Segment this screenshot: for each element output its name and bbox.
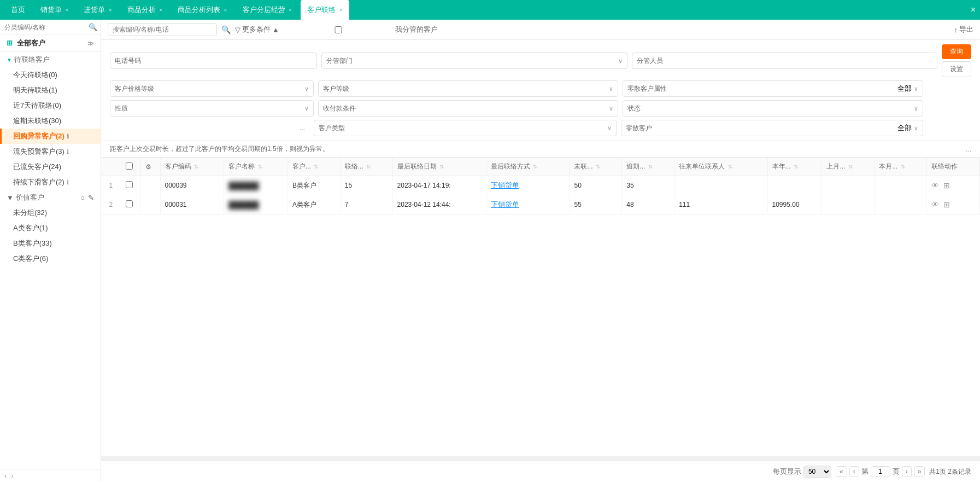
last-page-btn[interactable]: » <box>914 466 925 477</box>
sidebar-item-churned[interactable]: 已流失客户(24) <box>0 159 101 175</box>
sidebar-left-arrow[interactable]: ‹ <box>4 472 7 480</box>
grid-icon-2[interactable]: ⊞ <box>943 200 950 209</box>
nav-customer-stratified[interactable]: 客户分层经营 × <box>236 0 298 20</box>
view-icon-2[interactable]: 👁 <box>931 200 939 209</box>
query-button[interactable]: 查询 <box>942 44 971 59</box>
sidebar-item-tomorrow[interactable]: 明天待联络(1) <box>0 83 101 98</box>
view-icon-1[interactable]: 👁 <box>931 181 939 190</box>
th-last-month[interactable]: 上月... ⇅ <box>822 158 875 176</box>
nav-purchase-order[interactable]: 进货单 × <box>77 0 118 20</box>
th-last-contact-method[interactable]: 最后联络方式 ⇅ <box>486 158 570 176</box>
per-page-select[interactable]: 50 20 100 <box>803 466 831 478</box>
th-customer-code[interactable]: 客户编码 ⇅ <box>160 158 224 176</box>
close-purchase-order-icon[interactable]: × <box>108 7 112 13</box>
th-this-month[interactable]: 本月... ⇅ <box>875 158 927 176</box>
page-number-input[interactable]: 1 <box>871 466 890 477</box>
filter-customer-level[interactable]: 客户等级 ∨ <box>318 80 619 97</box>
sidebar-all-customers[interactable]: ⊞ 全部客户 ≫ <box>0 35 101 52</box>
sidebar-item-churn-warning[interactable]: 流失预警客户(3) ℹ <box>0 144 101 159</box>
close-window-icon[interactable]: × <box>971 5 976 15</box>
declining-info-icon: ℹ <box>67 179 69 185</box>
prev-page-btn[interactable]: ‹ <box>849 466 859 477</box>
sidebar-item-c-customers[interactable]: C类客户(6) <box>0 251 101 266</box>
nav-home[interactable]: 首页 <box>4 0 32 20</box>
close-sales-order-icon[interactable]: × <box>65 7 68 13</box>
table-area[interactable]: ⚙ 客户编码 ⇅ 客户名称 ⇅ 客户... ⇅ 联络... ⇅ 最后联络日期 ⇅… <box>101 158 980 456</box>
sidebar-item-ungrouped[interactable]: 未分组(32) <box>0 205 101 220</box>
person-dots-icon[interactable]: ··· <box>928 58 932 64</box>
th-settings[interactable]: ⚙ <box>140 158 160 176</box>
table-row: 2 000031 ██████ A类客户 7 2023-04-12 14:44:… <box>101 195 980 214</box>
sidebar-item-today[interactable]: 今天待联络(0) <box>0 67 101 83</box>
th-rownum <box>101 158 121 176</box>
sidebar-right-arrow[interactable]: › <box>11 472 13 480</box>
filter-retail-customer[interactable]: 零散客户 全部 ∨ <box>621 120 924 136</box>
sidebar-value-group[interactable]: ▼ 价值客户 ○ ✎ <box>0 190 101 205</box>
th-unit-contact[interactable]: 往来单位联系人 ⇅ <box>674 158 767 176</box>
close-product-analysis-icon[interactable]: × <box>159 7 162 13</box>
filter-person[interactable]: 分管人员 ··· <box>632 53 938 69</box>
sidebar-item-b-customers[interactable]: B类客户(33) <box>0 236 101 251</box>
filter-phone[interactable]: 电话号码 <box>110 53 317 69</box>
sidebar-item-a-customers[interactable]: A类客户(1) <box>0 220 101 236</box>
horizontal-scrollbar[interactable] <box>101 456 980 461</box>
next-page-btn[interactable]: › <box>902 466 912 477</box>
filter-dept[interactable]: 分管部门 ∨ <box>321 53 627 69</box>
value-group-circle-icon[interactable]: ○ <box>80 194 85 202</box>
sidebar-item-overdue[interactable]: 逾期未联络(30) <box>0 113 101 129</box>
value-group-edit-icon[interactable]: ✎ <box>88 194 94 202</box>
more-conditions-btn[interactable]: ▽ 更多条件 ▲ <box>235 25 279 34</box>
cell-last-method-2[interactable]: 下销货单 <box>486 195 570 214</box>
sidebar-search-input[interactable] <box>4 24 86 31</box>
filter-gender[interactable]: 性质 ∨ <box>110 100 314 117</box>
filter-customer-type[interactable]: 客户类型 ∨ <box>314 120 617 136</box>
cell-last-method-1[interactable]: 下销货单 <box>486 176 570 195</box>
triangle-icon: ▼ <box>7 57 12 63</box>
grid-icon-1[interactable]: ⊞ <box>943 181 950 190</box>
nav-sales-order[interactable]: 销货单 × <box>34 0 75 20</box>
cell-overdue-2: 48 <box>622 195 674 214</box>
filter-payment[interactable]: 收付款条件 ∨ <box>318 100 619 117</box>
cell-checkbox-1[interactable] <box>121 176 140 195</box>
th-uncontacted[interactable]: 未联... ⇅ <box>570 158 622 176</box>
close-product-analysis-list-icon[interactable]: × <box>224 7 227 13</box>
th-this-year[interactable]: 本年... ⇅ <box>767 158 822 176</box>
nav-customer-contact[interactable]: 客户联络 × <box>301 0 349 20</box>
export-btn[interactable]: ↑ 导出 <box>954 25 974 34</box>
filter-price-level[interactable]: 客户价格等级 ∨ <box>110 80 314 97</box>
my-customers-check[interactable] <box>284 26 393 33</box>
search-input[interactable] <box>108 23 217 36</box>
th-overdue[interactable]: 逾期... ⇅ <box>622 158 674 176</box>
sidebar-section-pending: ▼ 待联络客户 <box>0 52 101 67</box>
select-all-checkbox[interactable] <box>126 162 133 170</box>
settings-button[interactable]: 设置 <box>942 61 971 77</box>
sidebar-search-container: 🔍 <box>0 20 101 35</box>
row-checkbox-2[interactable] <box>126 200 133 207</box>
sidebar-item-7days[interactable]: 近7天待联络(0) <box>0 98 101 113</box>
filter-retail-attr[interactable]: 零散客户属性 全部 ∨ <box>623 80 923 97</box>
retail-attr-chevron-icon: ∨ <box>914 85 918 92</box>
cell-checkbox-2[interactable] <box>121 195 140 214</box>
sidebar-item-repurchase-anomaly[interactable]: 回购异常客户(2) ℹ <box>0 129 101 144</box>
nav-product-analysis[interactable]: 商品分析 × <box>121 0 169 20</box>
sidebar-search-icon[interactable]: 🔍 <box>89 23 97 31</box>
my-customers-checkbox[interactable]: 我分管的客户 <box>284 25 438 34</box>
row4-dots[interactable]: ... <box>300 124 305 132</box>
table-row: 1 000039 ██████ B类客户 15 2023-04-17 14:19… <box>101 176 980 195</box>
tooltip-more-icon[interactable]: ... <box>966 146 971 153</box>
th-contact[interactable]: 联络... ⇅ <box>340 158 392 176</box>
filter-status[interactable]: 状态 ∨ <box>623 100 923 117</box>
page-navigation: « ‹ 第 1 页 › » <box>836 466 925 477</box>
th-customer-name[interactable]: 客户名称 ⇅ <box>224 158 288 176</box>
close-customer-contact-icon[interactable]: × <box>339 7 342 13</box>
row-checkbox-1[interactable] <box>126 181 133 188</box>
nav-product-analysis-list[interactable]: 商品分析列表 × <box>171 0 233 20</box>
close-customer-stratified-icon[interactable]: × <box>289 7 292 13</box>
first-page-btn[interactable]: « <box>836 466 847 477</box>
th-customer-type[interactable]: 客户... ⇅ <box>287 158 340 176</box>
sidebar-item-declining[interactable]: 持续下滑客户(2) ℹ <box>0 175 101 190</box>
more-conditions-chevron-icon: ▲ <box>272 26 279 34</box>
gender-chevron-icon: ∨ <box>304 105 309 112</box>
filter-search-icon[interactable]: 🔍 <box>221 25 231 34</box>
th-last-contact-date[interactable]: 最后联络日期 ⇅ <box>392 158 486 176</box>
